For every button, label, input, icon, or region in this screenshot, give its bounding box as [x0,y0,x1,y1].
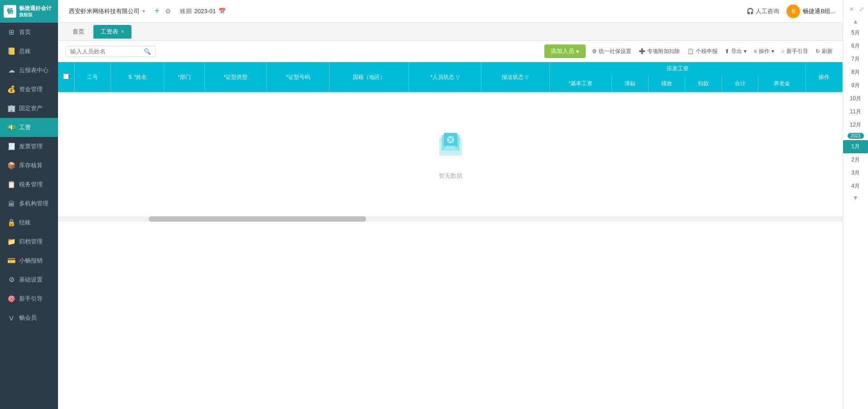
select-all-checkbox[interactable] [63,73,69,79]
sidebar-item-capital[interactable]: 💰 资金管理 [0,80,58,99]
toolbar-action-deductions[interactable]: ➕专项附加扣除 [636,46,683,57]
search-icon: 🔍 [144,48,151,55]
sidebar-label-closing: 结账 [19,219,31,227]
tab-home[interactable]: 首页 [65,25,92,39]
period-value: 2023-01 [194,8,216,15]
add-person-btn[interactable]: 添加人员 ▾ [544,44,586,58]
month-item-2023-4月[interactable]: 4月 [843,180,868,193]
sidebar-item-assets[interactable]: 🏢 固定资产 [0,99,58,118]
month-item-2023-1月[interactable]: 1月 [843,140,868,153]
company-dropdown-icon[interactable]: ▾ [142,8,145,15]
th-dept: *部门 [164,62,204,92]
guide-label: 新手引导 [786,48,808,55]
user-name: 畅捷通B组... [803,7,835,15]
month-item-2022-5月[interactable]: 5月 [843,26,868,39]
th-payroll-group: 应发工资 [549,62,805,75]
search-input[interactable] [70,48,141,55]
company-selector[interactable]: 西安虾米网络科技有限公司 ▾ [65,5,149,17]
month-item-2022-6月[interactable]: 6月 [843,39,868,53]
empty-text: 暂无数据 [439,172,462,180]
topbar-actions: 🎧 人工咨询 B 畅捷通B组... [747,5,835,18]
sidebar-label-member: 畅会员 [19,314,37,322]
search-wrap: 🔍 [65,46,156,57]
social-security-icon: ⚙ [592,48,597,54]
refresh-icon: ↻ [815,48,820,54]
main-content: 西安虾米网络科技有限公司 ▾ + ⚙ 账期 2023-01 📅 🎧 人工咨询 B… [58,0,843,409]
sidebar-item-archive[interactable]: 📁 归档管理 [0,232,58,251]
sidebar-item-closing[interactable]: 🔒 结账 [0,213,58,232]
th-id-num: *证型号码 [267,62,329,92]
toolbar: 🔍 添加人员 ▾ ⚙统一社保设置➕专项附加扣除📋个税申报⬆导出▾≡操作▾○新手引… [58,41,843,62]
month-item-2022-10月[interactable]: 10月 [843,92,868,105]
deductions-icon: ➕ [639,48,645,54]
toolbar-action-refresh[interactable]: ↻刷新 [813,46,835,57]
add-company-btn[interactable]: + [155,6,160,16]
assets-icon: 🏢 [7,104,15,112]
month-item-2022-9月[interactable]: 9月 [843,79,868,92]
sidebar-item-settings[interactable]: ⚙ 基础设置 [0,270,58,289]
guide-icon: 🎯 [7,295,15,303]
toolbar-action-guide[interactable]: ○新手引导 [779,46,811,57]
topbar: 西安虾米网络科技有限公司 ▾ + ⚙ 账期 2023-01 📅 🎧 人工咨询 B… [58,0,843,23]
sidebar-label-cloud-report: 云报表中心 [19,66,48,74]
export-icon: ⬆ [725,48,729,54]
th-action: 操作 [806,62,843,92]
sidebar-nav: ⊞ 首页 📒 总账 ☁ 云报表中心 💰 资金管理 🏢 固定资产 💵 工资 🧾 发… [0,23,58,409]
period-info: 账期 2023-01 📅 [180,7,226,15]
sidebar-label-assets: 固定资产 [19,104,43,112]
th-deduction: 扣款 [685,75,722,92]
sidebar-item-tax[interactable]: 📋 税务管理 [0,175,58,194]
tab-salary-table[interactable]: 工资表× [93,25,131,39]
sidebar-item-multi-org[interactable]: 🏛 多机构管理 [0,194,58,213]
month-item-2022-12月[interactable]: 12月 [843,118,868,131]
sidebar-item-invoice[interactable]: 🧾 发票管理 [0,137,58,156]
export-label: 导出 [731,48,742,55]
sidebar-item-cloud-report[interactable]: ☁ 云报表中心 [0,61,58,80]
toolbar-actions: ⚙统一社保设置➕专项附加扣除📋个税申报⬆导出▾≡操作▾○新手引导↻刷新 [589,46,835,57]
sidebar-item-home[interactable]: ⊞ 首页 [0,23,58,42]
tab-close-salary-table[interactable]: × [121,29,124,35]
scrollbar-thumb[interactable] [149,216,366,222]
member-icon: V [7,314,15,322]
sidebar-label-invoice: 发票管理 [19,142,43,151]
month-item-2023-2月[interactable]: 2月 [843,153,868,166]
th-checkbox [58,62,74,92]
month-scroll-down[interactable]: ▼ [843,193,868,203]
th-subsidy: 津贴 [612,75,649,92]
ledger-icon: 📒 [7,47,15,55]
user-area: B 畅捷通B组... [786,5,835,18]
status-filter-icon[interactable]: ▽ [456,74,460,80]
toolbar-action-operations[interactable]: ≡操作▾ [751,46,777,57]
month-item-2022-8月[interactable]: 8月 [843,66,868,79]
support-btn[interactable]: 🎧 人工咨询 [747,7,779,15]
month-item-2022-7月[interactable]: 7月 [843,53,868,66]
sidebar-item-salary[interactable]: 💵 工资 [0,118,58,137]
month-scroll-up[interactable]: ▲ [843,16,868,26]
month-list: 5月6月7月8月9月10月11月12月20231月2月3月4月 [843,26,868,193]
refresh-label: 刷新 [822,48,833,55]
th-name[interactable]: ⇅ *姓名 [111,62,164,92]
month-item-2023-3月[interactable]: 3月 [843,166,868,180]
calendar-icon[interactable]: 📅 [218,8,226,15]
sidebar-item-ledger[interactable]: 📒 总账 [0,42,58,61]
sidebar-item-member[interactable]: V 畅会员 [0,308,58,327]
panel-maximize-btn[interactable]: ⤢ [857,4,866,15]
month-item-2022-11月[interactable]: 11月 [843,105,868,118]
social-security-label: 统一社保设置 [599,48,631,55]
sidebar-item-inventory[interactable]: 📦 库存核算 [0,156,58,175]
th-performance: 绩效 [648,75,685,92]
toolbar-action-export[interactable]: ⬆导出▾ [722,46,749,57]
panel-close-btn[interactable]: ✕ [847,4,856,15]
sidebar-label-multi-org: 多机构管理 [19,200,48,208]
operations-label: 操作 [759,48,770,55]
toolbar-action-social-security[interactable]: ⚙统一社保设置 [589,46,634,57]
sidebar-label-tax: 税务管理 [19,180,43,189]
side-panel: ✕ ⤢ ▲ 5月6月7月8月9月10月11月12月20231月2月3月4月 ▼ [843,0,868,409]
sidebar-item-guide[interactable]: 🎯 新手引导 [0,289,58,308]
settings-icon[interactable]: ⚙ [165,7,171,15]
scrollbar-track [58,216,843,222]
toolbar-action-tax-report[interactable]: 📋个税申报 [684,46,720,57]
empty-icon [432,128,469,165]
sidebar-item-expense[interactable]: 💳 小畅报销 [0,251,58,270]
report-filter-icon[interactable]: ▽ [525,74,529,80]
